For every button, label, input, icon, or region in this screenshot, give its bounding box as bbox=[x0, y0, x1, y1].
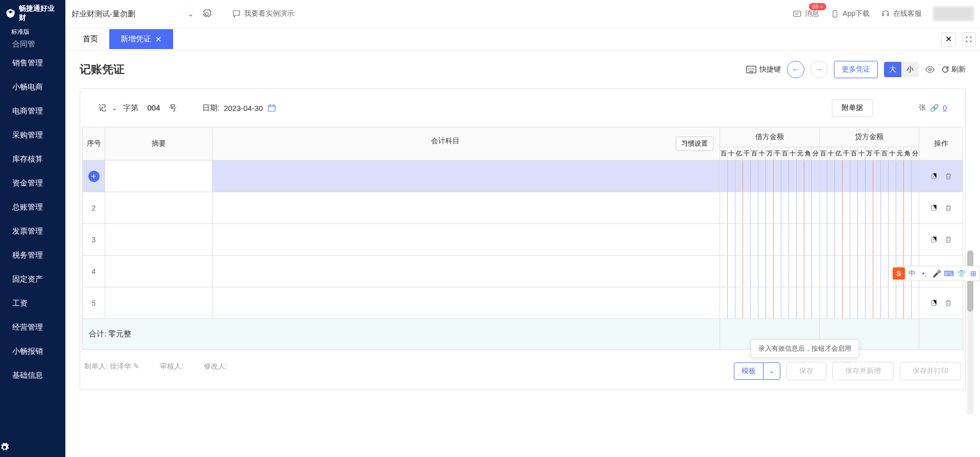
digit-cell[interactable] bbox=[735, 256, 743, 287]
summary-input[interactable] bbox=[107, 163, 210, 188]
digit-cell[interactable] bbox=[720, 192, 728, 224]
digit-cell[interactable] bbox=[835, 192, 843, 224]
refresh-button[interactable]: 刷新 bbox=[941, 65, 966, 74]
digit-cell[interactable] bbox=[789, 287, 797, 319]
digit-cell[interactable] bbox=[820, 256, 827, 287]
digit-cell[interactable] bbox=[866, 287, 873, 319]
prev-voucher-button[interactable]: ← bbox=[787, 61, 804, 78]
digit-cell[interactable] bbox=[781, 256, 789, 287]
digit-cell[interactable] bbox=[850, 192, 858, 224]
digit-cell[interactable] bbox=[873, 192, 881, 224]
digit-cell[interactable] bbox=[827, 287, 835, 319]
close-tab-button[interactable]: ✕ bbox=[941, 32, 955, 47]
digit-cell[interactable] bbox=[827, 192, 835, 224]
digit-cell[interactable] bbox=[881, 161, 889, 192]
digit-cell[interactable] bbox=[912, 287, 919, 319]
copy-row-icon[interactable] bbox=[930, 299, 938, 307]
digit-cell[interactable] bbox=[789, 161, 797, 192]
table-row[interactable]: 3 bbox=[83, 224, 963, 256]
settings-gear[interactable] bbox=[202, 9, 211, 18]
delete-row-icon[interactable] bbox=[944, 204, 952, 212]
settings-button[interactable] bbox=[0, 438, 65, 457]
digit-cell[interactable] bbox=[743, 287, 751, 319]
digit-cell[interactable] bbox=[843, 287, 850, 319]
digit-cell[interactable] bbox=[896, 192, 904, 224]
digit-cell[interactable] bbox=[758, 161, 766, 192]
digit-cell[interactable] bbox=[735, 224, 743, 256]
digit-cell[interactable] bbox=[912, 192, 919, 224]
table-row[interactable]: 2 bbox=[83, 192, 963, 224]
table-row[interactable]: 5 bbox=[83, 287, 963, 319]
digit-cell[interactable] bbox=[797, 224, 804, 256]
voucher-date[interactable]: 2023-04-30 bbox=[224, 104, 263, 112]
digit-cell[interactable] bbox=[896, 287, 904, 319]
digit-cell[interactable] bbox=[904, 224, 912, 256]
digit-cell[interactable] bbox=[758, 192, 766, 224]
digit-cell[interactable] bbox=[774, 287, 781, 319]
digit-cell[interactable] bbox=[789, 256, 797, 287]
tab-home[interactable]: 首页 bbox=[71, 29, 109, 49]
digit-cell[interactable] bbox=[812, 224, 820, 256]
digit-cell[interactable] bbox=[743, 192, 751, 224]
nav-item-contract[interactable]: 合同管 bbox=[0, 37, 65, 51]
table-row[interactable]: + bbox=[83, 161, 963, 192]
next-voucher-button[interactable]: → bbox=[810, 61, 828, 78]
delete-row-icon[interactable] bbox=[944, 299, 952, 307]
digit-cell[interactable] bbox=[889, 287, 896, 319]
digit-cell[interactable] bbox=[766, 224, 774, 256]
digit-cell[interactable] bbox=[881, 192, 889, 224]
digit-cell[interactable] bbox=[889, 161, 896, 192]
cell-summary[interactable] bbox=[105, 161, 212, 192]
digit-cell[interactable] bbox=[904, 161, 912, 192]
ime-toolbox-icon[interactable]: ⊞ bbox=[968, 268, 978, 279]
digit-cell[interactable] bbox=[850, 287, 858, 319]
save-print-button[interactable]: 保存并打印 bbox=[900, 362, 961, 380]
digit-cell[interactable] bbox=[812, 256, 820, 287]
digit-cell[interactable] bbox=[835, 256, 843, 287]
digit-cell[interactable] bbox=[804, 287, 812, 319]
digit-cell[interactable] bbox=[866, 161, 873, 192]
digit-cell[interactable] bbox=[781, 224, 789, 256]
attach-button[interactable]: 附单据 bbox=[832, 99, 873, 117]
digit-cell[interactable] bbox=[735, 192, 743, 224]
digit-cell[interactable] bbox=[843, 161, 850, 192]
nav-item-ledger[interactable]: 总账管理 bbox=[0, 195, 65, 219]
digit-cell[interactable] bbox=[873, 256, 881, 287]
digit-cell[interactable] bbox=[743, 224, 751, 256]
digit-cell[interactable] bbox=[728, 224, 735, 256]
digit-cell[interactable] bbox=[866, 224, 873, 256]
save-button[interactable]: 保存 bbox=[786, 362, 826, 380]
nav-item-ecommerce[interactable]: 电商管理 bbox=[0, 99, 65, 123]
more-vouchers-button[interactable]: 更多凭证 bbox=[834, 61, 878, 78]
digit-cell[interactable] bbox=[720, 161, 728, 192]
delete-row-icon[interactable] bbox=[944, 172, 952, 180]
digit-cell[interactable] bbox=[797, 256, 804, 287]
digit-cell[interactable] bbox=[820, 224, 827, 256]
ime-toolbar[interactable]: S 中 •, 🎤 ⌨ 👕 ⊞ bbox=[891, 266, 980, 281]
chevron-down-icon[interactable]: ⌄ bbox=[111, 103, 118, 112]
user-avatar[interactable] bbox=[933, 7, 974, 21]
ime-lang[interactable]: 中 bbox=[907, 268, 917, 279]
digit-cell[interactable] bbox=[873, 224, 881, 256]
digit-cell[interactable] bbox=[804, 192, 812, 224]
digit-cell[interactable] bbox=[735, 287, 743, 319]
add-row-button[interactable]: + bbox=[88, 171, 100, 182]
cell-account[interactable] bbox=[212, 224, 720, 256]
digit-cell[interactable] bbox=[804, 224, 812, 256]
digit-cell[interactable] bbox=[728, 192, 735, 224]
digit-cell[interactable] bbox=[781, 192, 789, 224]
tab-new-voucher[interactable]: 新增凭证 ✕ bbox=[109, 29, 173, 49]
fullscreen-button[interactable] bbox=[962, 32, 976, 47]
digit-cell[interactable] bbox=[896, 224, 904, 256]
support-button[interactable]: 在线客服 bbox=[881, 9, 922, 18]
digit-cell[interactable] bbox=[720, 224, 728, 256]
digit-cell[interactable] bbox=[781, 161, 789, 192]
digit-cell[interactable] bbox=[835, 161, 843, 192]
ime-keyboard-icon[interactable]: ⌨ bbox=[944, 268, 954, 279]
voucher-type[interactable]: 记 bbox=[99, 103, 106, 113]
link-icon[interactable]: 🔗 bbox=[930, 104, 939, 112]
delete-row-icon[interactable] bbox=[944, 236, 952, 244]
template-button[interactable]: 模板 ⌄ bbox=[734, 362, 780, 380]
digit-cell[interactable] bbox=[858, 224, 866, 256]
digit-cell[interactable] bbox=[812, 161, 820, 192]
